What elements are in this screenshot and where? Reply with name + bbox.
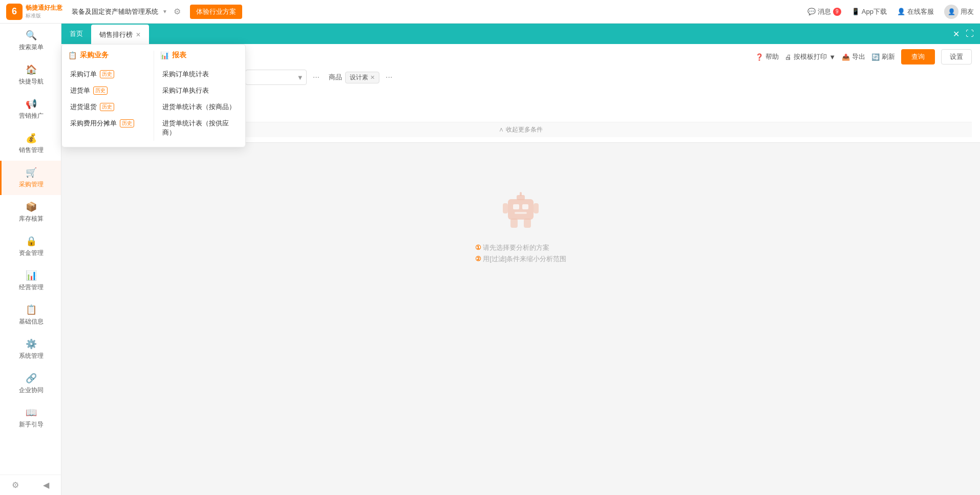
- product-tag: 设计素 ✕: [345, 72, 379, 83]
- finance-icon: 🔒: [26, 235, 37, 247]
- export-button[interactable]: 📤 导出: [842, 52, 865, 61]
- product-filter-group: 商品 设计素 ✕ ···: [329, 72, 395, 83]
- search-icon: 🔍: [26, 30, 37, 41]
- empty-state: ① 请先选择要分析的方案 ② 用[过滤]条件来缩小分析范围: [61, 143, 980, 266]
- menu-item-purchase-order-stat[interactable]: 采购订单统计表: [160, 66, 240, 82]
- print-dropdown-icon[interactable]: ▼: [829, 53, 836, 61]
- tab-bar-actions: ✕ ⛶: [951, 27, 980, 41]
- sidebar-item-inventory[interactable]: 📦 库存核算: [0, 195, 61, 229]
- svg-rect-7: [534, 203, 539, 213]
- online-service-button[interactable]: 👤 在线客服: [897, 7, 934, 16]
- operations-icon: 📊: [26, 270, 37, 281]
- sidebar-bottom: ⚙ ◀: [0, 475, 61, 495]
- report-section: 📊 报表 采购订单统计表 采购订单执行表 进货单统计表（按商品） 进货单统计表（…: [154, 51, 246, 141]
- report-section-header: 📊 报表: [160, 51, 240, 62]
- sidebar-item-finance[interactable]: 🔒 资金管理: [0, 229, 61, 264]
- svg-rect-3: [515, 212, 527, 214]
- svg-rect-5: [520, 192, 522, 196]
- tab-bar: 首页 销售排行榜 ✕ ✕ ⛶: [61, 24, 980, 44]
- refresh-button[interactable]: 🔄 刷新: [871, 52, 895, 61]
- user-menu-button[interactable]: 👤 用友: [944, 5, 974, 19]
- sidebar-item-guide[interactable]: 📖 新手引导: [0, 401, 61, 435]
- sales-icon: 💰: [26, 133, 37, 144]
- message-badge: 9: [833, 8, 841, 16]
- system-title-area: 装备及固定资产辅助管理系统 ▼ ⚙ 体验行业方案: [72, 5, 242, 19]
- export-icon: 📤: [842, 53, 850, 61]
- empty-state-icon: [495, 184, 546, 235]
- user-avatar: 👤: [944, 5, 958, 19]
- purchase-section-header: 📋 采购业务: [68, 51, 147, 62]
- sidebar-item-operations[interactable]: 📊 经营管理: [0, 264, 61, 298]
- industry-solution-button[interactable]: 体验行业方案: [190, 5, 242, 19]
- print-button[interactable]: 🖨 按模板打印 ▼: [785, 52, 836, 61]
- tab-fullscreen-icon[interactable]: ⛶: [964, 27, 976, 40]
- product-more-button[interactable]: ···: [382, 73, 395, 82]
- settings-gear-icon[interactable]: ⚙: [174, 7, 181, 16]
- system-icon: ⚙️: [26, 338, 37, 350]
- system-title-arrow-icon[interactable]: ▼: [162, 9, 167, 14]
- print-icon: 🖨: [785, 53, 792, 61]
- purchase-icon: 🛒: [26, 167, 37, 178]
- sidebar-item-quick[interactable]: 🏠 快捷导航: [0, 58, 61, 92]
- marketing-icon: 📢: [26, 98, 37, 110]
- svg-rect-1: [513, 204, 519, 209]
- sidebar-item-sales[interactable]: 💰 销售管理: [0, 126, 61, 161]
- sidebar: 🔍 搜索菜单 🏠 快捷导航 📢 营销推广 💰 销售管理 🛒 采购管理 📦 库存核…: [0, 24, 61, 495]
- sidebar-item-enterprise[interactable]: 🔗 企业协同: [0, 367, 61, 401]
- menu-item-purchase-order-exec[interactable]: 采购订单执行表: [160, 82, 240, 99]
- empty-hint-1: ① 请先选择要分析的方案: [475, 243, 567, 252]
- query-button[interactable]: 查询: [901, 49, 935, 64]
- dropdown-sections: 📋 采购业务 采购订单 历史 进货单 历史 进货退货 历史 采购费用分摊单 历史: [62, 51, 245, 141]
- logo-icon: 6: [6, 4, 23, 20]
- enterprise-icon: 🔗: [26, 373, 37, 384]
- svg-rect-8: [510, 219, 518, 228]
- help-button[interactable]: ❓ 帮助: [755, 52, 779, 61]
- guide-icon: 📖: [26, 407, 37, 418]
- sidebar-item-search[interactable]: 🔍 搜索菜单: [0, 24, 61, 58]
- collapse-icon: ∧: [499, 126, 504, 133]
- sidebar-item-marketing[interactable]: 📢 营销推广: [0, 92, 61, 126]
- menu-item-purchase-order[interactable]: 采购订单 历史: [68, 66, 147, 82]
- sidebar-item-system[interactable]: ⚙️ 系统管理: [0, 332, 61, 367]
- system-title: 装备及固定资产辅助管理系统: [72, 7, 158, 16]
- report-section-icon: 📊: [160, 51, 169, 59]
- tab-home[interactable]: 首页: [61, 24, 91, 44]
- purchase-dropdown-menu: 📋 采购业务 采购订单 历史 进货单 历史 进货退货 历史 采购费用分摊单 历史: [61, 44, 246, 147]
- menu-item-incoming-return[interactable]: 进货退货 历史: [68, 99, 147, 115]
- logo-area: 6 畅捷通好生意 标准版: [6, 4, 68, 20]
- tab-close-all-icon[interactable]: ✕: [951, 27, 962, 41]
- message-icon: 💬: [807, 8, 816, 15]
- svg-rect-0: [508, 199, 534, 220]
- tab-close-icon[interactable]: ✕: [136, 31, 141, 38]
- sidebar-item-purchase[interactable]: 🛒 采购管理: [0, 161, 61, 195]
- home-icon: 🏠: [26, 64, 37, 75]
- top-nav-right: 💬 消息 9 📱 App下载 👤 在线客服 👤 用友: [807, 5, 974, 19]
- basic-icon: 📋: [26, 304, 37, 315]
- purchase-section-icon: 📋: [68, 51, 77, 59]
- tab-sales-rank[interactable]: 销售排行榜 ✕: [91, 25, 149, 45]
- inventory-icon: 📦: [26, 201, 37, 212]
- menu-item-incoming-stat-product[interactable]: 进货单统计表（按商品）: [160, 99, 240, 115]
- sidebar-item-basic[interactable]: 📋 基础信息: [0, 298, 61, 332]
- purchase-fee-badge: 历史: [120, 119, 134, 127]
- svg-rect-6: [503, 203, 508, 213]
- svg-rect-2: [522, 204, 528, 209]
- menu-item-purchase-fee[interactable]: 采购费用分摊单 历史: [68, 115, 147, 132]
- voucher-status-more-button[interactable]: ···: [310, 73, 323, 82]
- purchase-section: 📋 采购业务 采购订单 历史 进货单 历史 进货退货 历史 采购费用分摊单 历史: [62, 51, 154, 141]
- menu-item-incoming[interactable]: 进货单 历史: [68, 82, 147, 99]
- sidebar-collapse-button[interactable]: ◀: [43, 480, 49, 490]
- app-download-button[interactable]: 📱 App下载: [851, 7, 887, 16]
- help-icon: ❓: [755, 53, 763, 61]
- empty-text: ① 请先选择要分析的方案 ② 用[过滤]条件来缩小分析范围: [475, 241, 567, 266]
- messages-button[interactable]: 💬 消息 9: [807, 7, 841, 16]
- settings-button[interactable]: 设置: [941, 49, 972, 64]
- sidebar-settings-button[interactable]: ⚙: [12, 480, 19, 490]
- product-tag-close-icon[interactable]: ✕: [370, 74, 375, 81]
- empty-hint-2: ② 用[过滤]条件来缩小分析范围: [475, 254, 567, 264]
- content-area: ① 请先选择要分析的方案 ② 用[过滤]条件来缩小分析范围: [61, 143, 980, 495]
- purchase-order-badge: 历史: [100, 70, 114, 78]
- voucher-status-select[interactable]: [245, 70, 307, 85]
- menu-item-incoming-stat-supplier[interactable]: 进货单统计表（按供应商）: [160, 115, 240, 141]
- refresh-icon: 🔄: [871, 53, 880, 61]
